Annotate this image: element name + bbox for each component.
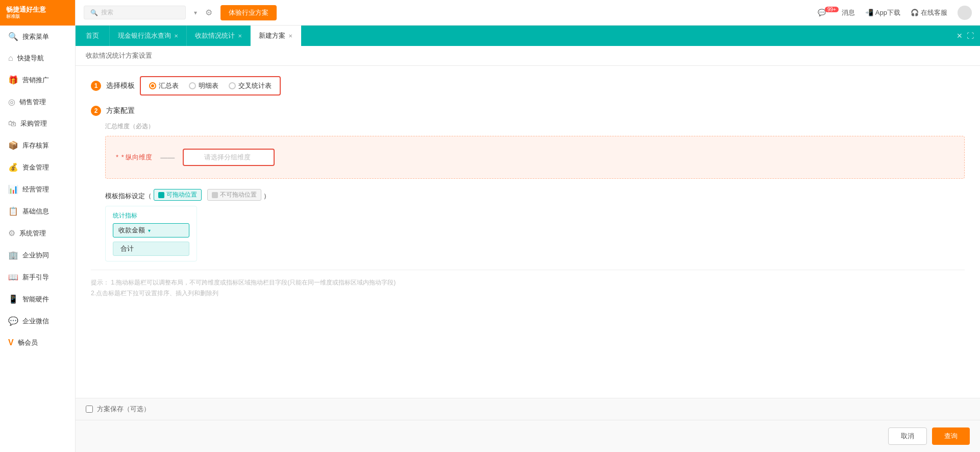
- tag-dropdown-icon: ▾: [148, 228, 151, 233]
- tab-bank-flow[interactable]: 现金银行流水查询 ✕: [110, 26, 187, 46]
- quick-nav-icon: ⌂: [8, 54, 13, 63]
- inventory-icon: 📦: [8, 140, 18, 150]
- smart-hardware-icon: 📱: [8, 294, 18, 304]
- user-avatar[interactable]: [958, 6, 972, 20]
- industry-btn[interactable]: 体验行业方案: [220, 5, 277, 20]
- metrics-header-text: 模板指标设定（ 可拖动位置 不可拖动位置 ）: [105, 189, 270, 201]
- movable-indicator: [158, 192, 164, 198]
- capital-icon: 💰: [8, 162, 18, 172]
- app-download-item[interactable]: 📲 App下载: [865, 8, 900, 17]
- section2-num: 2: [91, 106, 101, 116]
- movable-tag: 可拖动位置: [154, 189, 202, 201]
- dimension-arrow-icon: ——: [160, 153, 175, 161]
- sales-icon: ◎: [8, 97, 15, 107]
- tabs-bar: 首页 现金银行流水查询 ✕ 收款情况统计 ✕ 新建方案 ✕ ✕ ⛶: [76, 26, 980, 46]
- radio-detail-circle: [189, 82, 196, 89]
- sidebar-item-membership[interactable]: V 畅会员: [0, 332, 75, 353]
- unmovable-indicator: [212, 192, 218, 198]
- section1-title: 选择模板: [106, 81, 135, 90]
- tab-new-plan-close[interactable]: ✕: [288, 33, 292, 39]
- expand-window-icon[interactable]: ⛶: [967, 32, 974, 40]
- tab-new-plan[interactable]: 新建方案 ✕: [251, 26, 301, 46]
- content-area: 收款情况统计方案设置 1 选择模板 汇总表 明细表: [76, 46, 980, 452]
- section-divider: [91, 270, 965, 270]
- sidebar-item-basic-info[interactable]: 📋 基础信息: [0, 200, 75, 222]
- sidebar: 畅捷通好生意 标准版 🔍 搜索菜单 ⌂ 快捷导航 🎁 营销推广 ◎ 销售管理 🛍…: [0, 0, 76, 452]
- sidebar-item-capital[interactable]: 💰 资金管理: [0, 156, 75, 178]
- page-title: 收款情况统计方案设置: [86, 52, 152, 59]
- settings-icon[interactable]: ⚙: [205, 8, 212, 17]
- sidebar-logo: 畅捷通好生意 标准版: [0, 0, 75, 26]
- message-item[interactable]: 💬 99+ 消息: [818, 8, 855, 17]
- section1-num: 1: [91, 81, 101, 91]
- basic-info-icon: 📋: [8, 206, 18, 216]
- query-button[interactable]: 查询: [932, 427, 970, 445]
- app-download-icon: 📲: [865, 9, 873, 16]
- logo-main: 畅捷通好生意: [6, 6, 46, 14]
- summary-dim-title: 汇总维度（必选）: [105, 122, 965, 131]
- sidebar-item-enterprise-collab[interactable]: 🏢 企业协同: [0, 244, 75, 266]
- metrics-section: 模板指标设定（ 可拖动位置 不可拖动位置 ）: [105, 189, 965, 261]
- radio-detail[interactable]: 明细表: [189, 81, 218, 90]
- summary-dim-section: 汇总维度（必选） * * 纵向维度 —— 请选择分组维度: [105, 122, 965, 179]
- topbar: 🔍 搜索 ▾ ⚙ 体验行业方案 💬 99+ 消息 📲 App下载 🎧 在线客服: [76, 0, 980, 26]
- section2-title: 方案配置: [106, 106, 135, 115]
- sidebar-item-sales[interactable]: ◎ 销售管理: [0, 91, 75, 113]
- sidebar-item-enterprise-wechat[interactable]: 💬 企业微信: [0, 310, 75, 332]
- enterprise-collab-icon: 🏢: [8, 250, 18, 260]
- enterprise-wechat-icon: 💬: [8, 316, 18, 326]
- page-header: 收款情况统计方案设置: [76, 46, 980, 66]
- dimension-selector[interactable]: 请选择分组维度: [183, 149, 275, 166]
- radio-summary[interactable]: 汇总表: [149, 81, 179, 90]
- sidebar-item-smart-hardware[interactable]: 📱 智能硬件: [0, 288, 75, 310]
- topbar-dropdown-arrow[interactable]: ▾: [194, 9, 197, 16]
- radio-crosstab-circle: [229, 82, 236, 89]
- sidebar-item-sys-manage[interactable]: ⚙ 系统管理: [0, 222, 75, 244]
- metrics-tags: 收款金额 ▾ 合计: [113, 223, 189, 256]
- search-icon: 🔍: [90, 9, 98, 16]
- action-bar: 取消 查询: [76, 420, 980, 452]
- sys-manage-icon: ⚙: [8, 228, 15, 238]
- metrics-header: 模板指标设定（ 可拖动位置 不可拖动位置 ）: [105, 189, 965, 201]
- main-area: 🔍 搜索 ▾ ⚙ 体验行业方案 💬 99+ 消息 📲 App下载 🎧 在线客服: [76, 0, 980, 452]
- tips-section: 提示： 1.拖动标题栏可以调整布局，不可跨维度或指标区域拖动栏目字段(只能在同一…: [91, 278, 965, 298]
- metrics-box: 统计指标 收款金额 ▾ 合计: [105, 206, 197, 261]
- topbar-right: 💬 99+ 消息 📲 App下载 🎧 在线客服: [818, 6, 972, 20]
- tab-collection-stats-close[interactable]: ✕: [238, 33, 242, 39]
- membership-icon: V: [8, 338, 14, 347]
- form-card: 1 选择模板 汇总表 明细表 交叉统计表: [76, 66, 980, 398]
- logo-sub: 标准版: [6, 13, 46, 20]
- search-box[interactable]: 🔍 搜索: [84, 6, 186, 19]
- radio-summary-circle: [149, 82, 156, 89]
- radio-crosstab[interactable]: 交叉统计表: [229, 81, 272, 90]
- sidebar-item-inventory[interactable]: 📦 库存核算: [0, 134, 75, 156]
- section2: 2 方案配置 汇总维度（必选） * * 纵向维度 ——: [91, 106, 965, 298]
- footer-save-section: 方案保存（可选）: [76, 398, 980, 420]
- stats-indicator-label: 统计指标: [113, 211, 189, 220]
- marketing-icon: 🎁: [8, 75, 18, 85]
- save-plan-label: 方案保存（可选）: [97, 405, 150, 414]
- save-plan-checkbox[interactable]: [86, 406, 93, 413]
- sidebar-item-operations[interactable]: 📊 经营管理: [0, 178, 75, 200]
- section1: 1 选择模板 汇总表 明细表 交叉统计表: [91, 76, 965, 96]
- headset-icon: 🎧: [911, 9, 919, 16]
- tab-collection-stats[interactable]: 收款情况统计 ✕: [187, 26, 251, 46]
- close-window-icon[interactable]: ✕: [957, 32, 963, 40]
- operations-icon: 📊: [8, 184, 18, 194]
- sidebar-item-quick-nav[interactable]: ⌂ 快捷导航: [0, 47, 75, 69]
- collection-amount-tag[interactable]: 收款金额 ▾: [113, 223, 189, 237]
- sidebar-item-purchase[interactable]: 🛍 采购管理: [0, 113, 75, 134]
- beginner-guide-icon: 📖: [8, 272, 18, 282]
- unmovable-tag: 不可拖动位置: [207, 189, 261, 201]
- sidebar-item-search-menu[interactable]: 🔍 搜索菜单: [0, 26, 75, 47]
- cancel-button[interactable]: 取消: [888, 427, 927, 445]
- subtotal-tag: 合计: [113, 242, 189, 256]
- vertical-dim-label: * * 纵向维度: [116, 153, 152, 162]
- section2-header: 2 方案配置: [91, 106, 965, 116]
- tab-home[interactable]: 首页: [76, 26, 110, 46]
- sidebar-item-beginner-guide[interactable]: 📖 新手引导: [0, 266, 75, 288]
- search-menu-icon: 🔍: [8, 32, 18, 41]
- sidebar-item-marketing[interactable]: 🎁 营销推广: [0, 69, 75, 91]
- online-support-item[interactable]: 🎧 在线客服: [911, 8, 947, 17]
- tab-bank-flow-close[interactable]: ✕: [174, 33, 178, 39]
